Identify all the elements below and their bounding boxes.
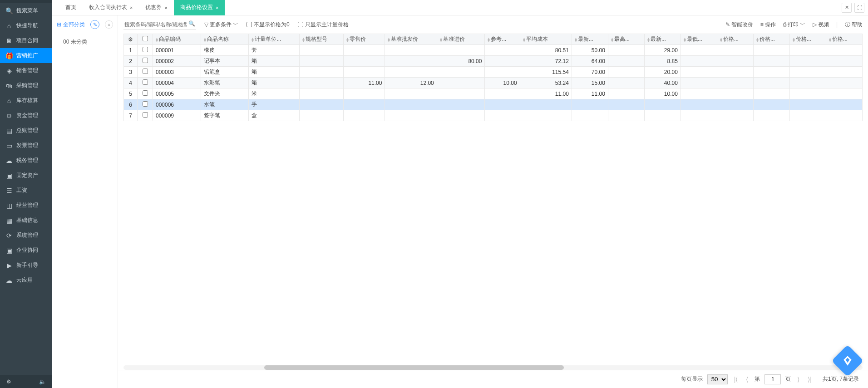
column-header[interactable]: ▴▾零售价 <box>344 34 385 45</box>
table-row[interactable]: 4000004水彩笔箱11.0012.0010.0053.2415.0040.0… <box>124 78 863 88</box>
sidebar-item-16[interactable]: ▣企业协同 <box>0 243 52 258</box>
column-header[interactable]: ▴▾价格... <box>789 34 826 45</box>
column-header[interactable]: ▴▾计量单位... <box>249 34 299 45</box>
sidebar-item-1[interactable]: ⌂快捷导航 <box>0 18 52 33</box>
sort-icon[interactable]: ▴▾ <box>440 37 442 42</box>
sort-icon[interactable]: ▴▾ <box>388 37 390 42</box>
sidebar-item-4[interactable]: ◈销售管理 <box>0 63 52 78</box>
sort-icon[interactable]: ▴▾ <box>647 37 650 42</box>
row-checkbox-cell[interactable] <box>138 45 153 56</box>
sidebar-item-2[interactable]: 🗎项目合同 <box>0 33 52 48</box>
page-input[interactable] <box>764 374 781 384</box>
close-all-icon[interactable]: ✕ <box>842 3 852 13</box>
tab-1[interactable]: 收入合同执行表× <box>83 0 139 15</box>
sort-icon[interactable]: ▴▾ <box>793 37 795 42</box>
sort-icon[interactable]: ▴▾ <box>575 37 577 42</box>
table-row[interactable]: 7000009签字笔盒 <box>124 110 863 121</box>
column-header[interactable]: ▴▾最新... <box>644 34 681 45</box>
sidebar-item-10[interactable]: ☁税务管理 <box>0 153 52 168</box>
only-main-checkbox[interactable]: 只显示主计量价格 <box>298 21 349 29</box>
sidebar-item-9[interactable]: ▭发票管理 <box>0 138 52 153</box>
sort-icon[interactable]: ▴▾ <box>756 37 759 42</box>
scrollbar-thumb[interactable] <box>264 365 564 370</box>
row-checkbox-cell[interactable] <box>138 78 153 88</box>
row-checkbox-cell[interactable] <box>138 99 153 110</box>
sidebar-item-8[interactable]: ▤总账管理 <box>0 123 52 138</box>
table-row[interactable]: 3000003铅笔盒箱115.5470.0020.00 <box>124 67 863 78</box>
table-row[interactable]: 6000006水笔手 <box>124 99 863 110</box>
fullscreen-icon[interactable]: ⛶ <box>854 3 864 13</box>
edit-category-icon[interactable]: ✎ <box>90 20 99 29</box>
category-tree-node[interactable]: 00 未分类 <box>63 38 118 46</box>
sidebar-item-5[interactable]: 🛍采购管理 <box>0 78 52 93</box>
sidebar-item-15[interactable]: ⟳系统管理 <box>0 228 52 243</box>
horizontal-scrollbar[interactable] <box>123 365 863 370</box>
operate-button[interactable]: ≡ 操作 <box>760 21 776 29</box>
prev-page-button[interactable]: ⟨ <box>744 376 750 383</box>
column-header[interactable]: ▴▾价格... <box>717 34 753 45</box>
table-row[interactable]: 2000002记事本箱80.0072.1264.008.85 <box>124 56 863 67</box>
column-header[interactable]: ▴▾最新... <box>572 34 608 45</box>
column-header[interactable]: ▴▾基准批发价 <box>385 34 437 45</box>
first-page-button[interactable]: |⟨ <box>732 376 740 383</box>
row-checkbox-cell[interactable] <box>138 88 153 99</box>
hide-zero-checkbox[interactable]: 不显示价格为0 <box>247 21 290 29</box>
row-checkbox-cell[interactable] <box>138 67 153 78</box>
column-header[interactable]: ▴▾商品编码 <box>153 34 201 45</box>
tab-close-icon[interactable]: × <box>216 5 218 10</box>
settings-icon[interactable]: ⚙ <box>6 378 11 385</box>
column-header[interactable]: ▴▾最高... <box>608 34 644 45</box>
column-header[interactable]: ▴▾平均成本 <box>520 34 572 45</box>
sort-icon[interactable]: ▴▾ <box>488 37 490 42</box>
sort-icon[interactable]: ▴▾ <box>302 37 305 42</box>
category-all-button[interactable]: ⊞ 全部分类 <box>57 21 85 29</box>
next-page-button[interactable]: ⟩ <box>795 376 801 383</box>
tab-3[interactable]: 商品价格设置× <box>174 0 225 15</box>
column-header[interactable]: ▴▾商品名称 <box>201 34 249 45</box>
column-header[interactable]: ▴▾规格型号 <box>299 34 343 45</box>
column-header[interactable]: ▴▾基准进价 <box>437 34 485 45</box>
table-row[interactable]: 5000005文件夹米11.0011.0010.00 <box>124 88 863 99</box>
sidebar-item-18[interactable]: ☁云应用 <box>0 273 52 288</box>
row-checkbox-cell[interactable] <box>138 110 153 121</box>
smart-price-button[interactable]: ✎ 智能改价 <box>725 21 753 29</box>
sort-icon[interactable]: ▴▾ <box>829 37 831 42</box>
sidebar-item-11[interactable]: ▣固定资产 <box>0 168 52 183</box>
sidebar-item-7[interactable]: ⊙资金管理 <box>0 108 52 123</box>
help-button[interactable]: ⓘ 帮助 <box>845 21 863 29</box>
sidebar-item-14[interactable]: ▦基础信息 <box>0 213 52 228</box>
sort-icon[interactable]: ▴▾ <box>684 37 686 42</box>
sort-icon[interactable]: ▴▾ <box>156 37 158 42</box>
sort-icon[interactable]: ▴▾ <box>611 37 613 42</box>
per-page-select[interactable]: 50 <box>707 374 728 384</box>
search-input[interactable] <box>123 20 196 30</box>
sort-icon[interactable]: ▴▾ <box>523 37 525 42</box>
volume-icon[interactable]: 🔈 <box>39 378 46 385</box>
search-icon[interactable]: 🔍 <box>188 20 195 27</box>
sidebar-item-17[interactable]: ▶新手引导 <box>0 258 52 273</box>
sort-icon[interactable]: ▴▾ <box>204 37 206 42</box>
tab-close-icon[interactable]: × <box>130 5 133 10</box>
sidebar-item-0[interactable]: 🔍搜索菜单 <box>0 3 52 18</box>
more-filters-button[interactable]: ▽ 更多条件 ﹀ <box>204 21 238 29</box>
sort-icon[interactable]: ▴▾ <box>346 37 349 42</box>
tab-2[interactable]: 优惠券× <box>139 0 173 15</box>
gear-column-header[interactable]: ⚙ <box>124 34 138 45</box>
video-button[interactable]: ▷ 视频 <box>813 21 829 29</box>
sort-icon[interactable]: ▴▾ <box>252 37 254 42</box>
row-checkbox-cell[interactable] <box>138 56 153 67</box>
table-row[interactable]: 1000001橡皮套80.5150.0029.00 <box>124 45 863 56</box>
column-header[interactable]: ▴▾价格... <box>826 34 862 45</box>
print-button[interactable]: ⎙ 打印 ﹀ <box>783 21 805 29</box>
last-page-button[interactable]: ⟩| <box>806 376 814 383</box>
sidebar-item-12[interactable]: ☰工资 <box>0 183 52 198</box>
tab-0[interactable]: 首页 <box>59 0 83 15</box>
checkbox-column-header[interactable] <box>138 34 153 45</box>
column-header[interactable]: ▴▾参考... <box>485 34 520 45</box>
sidebar-item-13[interactable]: ◫经营管理 <box>0 198 52 213</box>
sidebar-item-3[interactable]: 🎁营销推广 <box>0 48 52 63</box>
tab-close-icon[interactable]: × <box>164 5 167 10</box>
sidebar-item-6[interactable]: ⌂库存核算 <box>0 93 52 108</box>
sort-icon[interactable]: ▴▾ <box>720 37 722 42</box>
column-header[interactable]: ▴▾价格... <box>753 34 789 45</box>
